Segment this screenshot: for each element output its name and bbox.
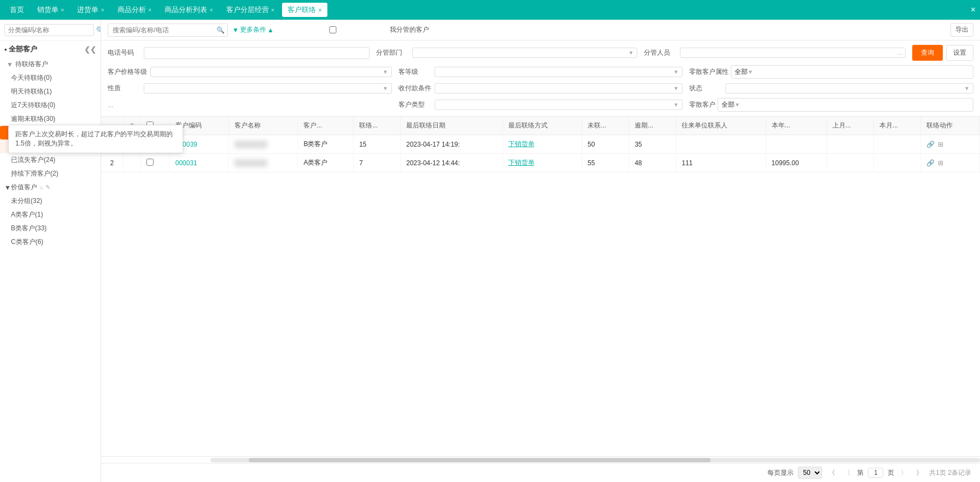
page-number[interactable]: 1 xyxy=(868,468,883,478)
col-last-date-header[interactable]: 最后联络日期 xyxy=(401,117,502,135)
price-level-select[interactable]: ▼ xyxy=(150,67,392,77)
filter-gender-field: 性质 ▼ xyxy=(108,83,392,94)
nav-sales-order[interactable]: 销货单× xyxy=(32,3,69,17)
gender-select[interactable]: ▼ xyxy=(144,83,392,94)
row-name[interactable]: ████ xyxy=(228,154,298,172)
col-overdue-header[interactable]: 逾期... xyxy=(629,117,676,135)
col-contact-header[interactable]: 联络... xyxy=(354,117,401,135)
value-tri-icon: ▼ xyxy=(4,184,11,191)
sidebar-item-unclassified[interactable]: 未分组(32) xyxy=(0,194,101,208)
export-button[interactable]: 导出 xyxy=(950,23,973,37)
action-link-icon[interactable]: 🔗 xyxy=(926,159,935,167)
manager-select[interactable]: ... xyxy=(680,48,906,58)
phone-input[interactable] xyxy=(144,47,369,59)
sidebar-item-today[interactable]: 今天待联络(0) xyxy=(0,71,101,85)
all-customers-header[interactable]: ▪ 全部客户 ❮❮ xyxy=(0,41,101,57)
sidebar: 🔍 ▪ 全部客户 ❮❮ ▼ 待联络客户 今天待联络(0) 明天待联络(1) 近7… xyxy=(0,20,101,482)
dept-select[interactable]: ▼ xyxy=(412,48,638,58)
value-group-header[interactable]: ▼ 价值客户 ○ ✎ xyxy=(0,181,101,194)
col-name-header[interactable]: 客户名称 xyxy=(228,117,298,135)
payment-select[interactable]: ▼ xyxy=(435,83,683,94)
pagination-bar: 每页显示 50 《 〈 第 1 页 〉 》 共1页 2条记录 xyxy=(101,463,980,482)
per-page-select[interactable]: 50 xyxy=(798,467,822,479)
query-button[interactable]: 查询 xyxy=(912,45,943,61)
row-last-method[interactable]: 下销货单 xyxy=(502,154,582,172)
action-link-icon[interactable]: 🔗 xyxy=(926,141,935,148)
col-this-month-header[interactable]: 本月... xyxy=(873,117,920,135)
status-label: 状态 xyxy=(689,84,722,93)
col-company-contact-header[interactable]: 往来单位联系人 xyxy=(676,117,766,135)
col-last-method-header[interactable]: 最后联络方式 xyxy=(502,117,582,135)
dept-chevron-icon: ▼ xyxy=(628,50,633,56)
sidebar-item-c-class[interactable]: C类客户(6) xyxy=(0,235,101,249)
row-actions[interactable]: 🔗 ⊞ xyxy=(920,135,979,154)
more-btn[interactable]: ... xyxy=(108,101,113,109)
value-group-settings-icon[interactable]: ✎ xyxy=(45,184,50,191)
pending-contact-group[interactable]: ▼ 待联络客户 xyxy=(0,57,101,71)
filter-my-customer[interactable]: 我分管的客户 xyxy=(278,25,429,34)
sidebar-item-declining[interactable]: 持续下滑客户(2) xyxy=(0,167,101,181)
nav-customer-tier[interactable]: 客户分层经营× xyxy=(221,3,280,17)
action-grid-icon[interactable]: ⊞ xyxy=(938,141,943,148)
close-customer-tier[interactable]: × xyxy=(271,7,274,13)
row-code[interactable]: 000031 xyxy=(169,154,228,172)
horizontal-scrollbar[interactable] xyxy=(101,456,980,463)
sidebar-item-a-class[interactable]: A类客户(1) xyxy=(0,208,101,222)
price-level-label: 客户价格等级 xyxy=(108,67,147,77)
my-customer-checkbox[interactable] xyxy=(278,26,388,33)
col-this-year-header[interactable]: 本年... xyxy=(766,117,826,135)
sidebar-item-7days[interactable]: 近7天待联络(0) xyxy=(0,98,101,112)
search-input[interactable] xyxy=(108,24,228,37)
sidebar-item-overdue[interactable]: 逾期未联络(30) xyxy=(0,112,101,126)
col-uncontacted-header[interactable]: 未联... xyxy=(582,117,629,135)
customer-type-select[interactable]: ▼ xyxy=(435,100,683,110)
close-sales-order[interactable]: × xyxy=(61,7,64,13)
filter-row-4: ... 客户类型 ▼ 零散客户 全部 ▼ xyxy=(108,98,973,112)
first-page-btn[interactable]: 《 xyxy=(826,468,837,478)
row-actions[interactable]: 🔗 ⊞ xyxy=(920,154,979,172)
phone-label: 电话号码 xyxy=(108,48,140,57)
sidebar-search-input[interactable] xyxy=(4,24,94,36)
customer-level-select[interactable]: ▼ xyxy=(435,67,683,77)
nav-customer-contact[interactable]: 客户联络× xyxy=(282,3,327,17)
close-customer-contact[interactable]: × xyxy=(318,7,321,13)
next-page-btn[interactable]: 〉 xyxy=(899,468,909,478)
row-overdue: 35 xyxy=(629,135,676,154)
status-select[interactable]: ▼ xyxy=(725,83,973,94)
customer-level-label: 客等级 xyxy=(398,67,431,77)
close-product-analysis-list[interactable]: × xyxy=(209,7,213,13)
close-purchase-order[interactable]: × xyxy=(101,7,104,13)
scrollbar-thumb[interactable] xyxy=(249,458,711,462)
filter-customer-level-field: 客等级 ▼ xyxy=(398,67,683,77)
filter-more-conditions[interactable]: ▼ 更多条件 ▲ xyxy=(232,25,274,34)
row-last-method[interactable]: 下销货单 xyxy=(502,135,582,154)
col-action-header[interactable]: 联络动作 xyxy=(920,117,979,135)
close-product-analysis[interactable]: × xyxy=(148,7,151,13)
zero-customer-select[interactable]: 全部 ▼ xyxy=(718,98,973,112)
nav-product-analysis[interactable]: 商品分析× xyxy=(112,3,157,17)
last-page-btn[interactable]: 》 xyxy=(914,468,925,478)
sidebar-item-b-class[interactable]: B类客户(33) xyxy=(0,222,101,235)
sidebar-item-lost[interactable]: 已流失客户(24) xyxy=(0,153,101,167)
setting-button[interactable]: 设置 xyxy=(946,45,973,61)
prev-page-btn[interactable]: 〈 xyxy=(842,468,853,478)
col-last-month-header[interactable]: 上月... xyxy=(826,117,873,135)
filter-customer-type-field: 客户类型 ▼ xyxy=(398,100,683,110)
row-checkbox[interactable] xyxy=(146,159,154,166)
search-submit-icon[interactable]: 🔍 xyxy=(216,26,225,34)
action-grid-icon[interactable]: ⊞ xyxy=(938,159,943,167)
sidebar-search-icon[interactable]: 🔍 xyxy=(96,26,101,34)
value-group-edit-icon[interactable]: ○ xyxy=(39,184,43,191)
nav-product-analysis-list[interactable]: 商品分析列表× xyxy=(159,3,218,17)
collapse-sidebar-icon[interactable]: ❮❮ xyxy=(84,45,96,54)
zero-attr-select[interactable]: 全部 ▼ xyxy=(731,65,973,79)
nav-home[interactable]: 首页 xyxy=(4,3,30,17)
page-label: 第 xyxy=(857,468,864,478)
col-type-header[interactable]: 客户... xyxy=(298,117,354,135)
filter-payment-field: 收付款条件 ▼ xyxy=(398,83,683,94)
close-all-tabs[interactable]: × xyxy=(971,5,976,15)
nav-purchase-order[interactable]: 进货单× xyxy=(72,3,109,17)
row-checkbox-cell[interactable] xyxy=(140,154,169,172)
sidebar-item-tomorrow[interactable]: 明天待联络(1) xyxy=(0,85,101,98)
row-name[interactable]: ████ xyxy=(228,135,298,154)
